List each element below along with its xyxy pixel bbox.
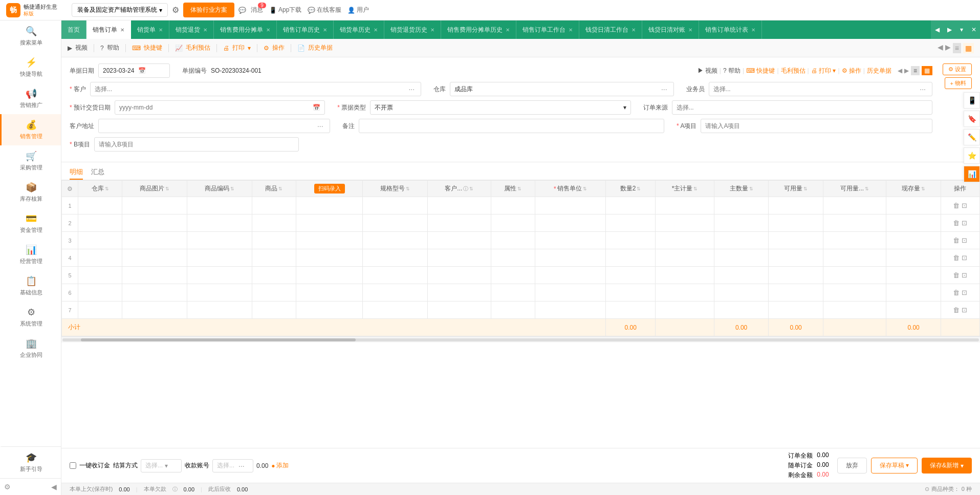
- sidebar-collapse-btn[interactable]: ◀: [51, 483, 57, 491]
- copy-row-7-btn[interactable]: ⊡: [962, 306, 967, 314]
- tab-sales-order-workbench[interactable]: 销售订单工作台 ✕: [516, 20, 579, 39]
- warehouse-more-btn[interactable]: ···: [659, 85, 669, 93]
- tab-next-btn[interactable]: ▶: [943, 20, 955, 39]
- tab-close-sales-refund-history[interactable]: ✕: [430, 27, 434, 33]
- copy-row-6-btn[interactable]: ⊡: [962, 289, 967, 296]
- tab-sales-refund-history[interactable]: 销货退货历史 ✕: [384, 20, 441, 39]
- tab-sales-order[interactable]: 销售订单 ✕: [86, 20, 131, 39]
- toolbar-hist2[interactable]: 历史单据: [867, 67, 891, 75]
- item-btn[interactable]: + 物料: [945, 77, 972, 89]
- tab-sales-fee-split[interactable]: 销售费用分摊单 ✕: [214, 20, 277, 39]
- sidebar-item-finance[interactable]: 💳 资金管理: [0, 208, 61, 239]
- tab-detail[interactable]: 明细: [70, 165, 83, 180]
- delete-row-7-btn[interactable]: 🗑: [953, 306, 960, 314]
- tab-close-sales-return[interactable]: ✕: [159, 27, 163, 33]
- sidebar-item-marketing[interactable]: 📢 营销推广: [0, 83, 61, 114]
- copy-row-5-btn[interactable]: ⊡: [962, 271, 967, 279]
- scan-btn[interactable]: 扫码录入: [314, 184, 345, 193]
- toolbar-view2[interactable]: ▶ 视频: [698, 67, 717, 75]
- sidebar-item-operations[interactable]: 📊 经营管理: [0, 239, 61, 270]
- float-btn-4[interactable]: ⭐: [964, 147, 980, 164]
- grid-toggle[interactable]: ▦: [922, 66, 932, 75]
- grid-view-btn[interactable]: ▦: [963, 43, 974, 53]
- online-service-btn[interactable]: 💬 在线客服: [308, 6, 341, 14]
- save-draft-btn[interactable]: 保存草稿 ▾: [871, 458, 918, 474]
- delete-row-6-btn[interactable]: 🗑: [953, 289, 960, 296]
- tab-close-sales-fee-history[interactable]: ✕: [506, 27, 510, 33]
- copy-row-4-btn[interactable]: ⊡: [962, 254, 967, 262]
- sidebar-item-guide[interactable]: 🎓 新手引导: [0, 446, 61, 478]
- note-input[interactable]: [363, 122, 660, 130]
- receipt-more-btn[interactable]: ···: [236, 462, 247, 470]
- toolbar-print[interactable]: 🖨 打印 ▾: [223, 44, 251, 52]
- tab-close-sales-order[interactable]: ✕: [120, 27, 124, 33]
- quick-settle-checkbox[interactable]: [70, 462, 76, 469]
- delete-row-5-btn[interactable]: 🗑: [953, 271, 960, 279]
- toolbar-profit[interactable]: 📈 毛利预估: [175, 44, 210, 52]
- tab-close-sales-fee-split[interactable]: ✕: [266, 27, 270, 33]
- notification-icon[interactable]: 💬 9 消息: [238, 6, 263, 14]
- copy-row-1-btn[interactable]: ⊡: [962, 202, 967, 209]
- tab-close-all-btn[interactable]: ✕: [968, 20, 980, 39]
- toolbar-shortcut[interactable]: ⌨ 快捷键: [132, 44, 162, 52]
- customer-more-btn[interactable]: ···: [406, 85, 417, 93]
- delete-row-2-btn[interactable]: 🗑: [953, 219, 960, 227]
- settings-icon[interactable]: ⚙: [172, 5, 179, 15]
- toolbar-shortcut2[interactable]: ⌨ 快捷键: [746, 67, 775, 75]
- sidebar-item-sales[interactable]: 💰 销售管理: [0, 114, 61, 145]
- tab-close-workbench[interactable]: ✕: [569, 27, 573, 33]
- staff-input[interactable]: [713, 85, 918, 93]
- address-more-btn[interactable]: ···: [315, 122, 325, 130]
- sidebar-item-search[interactable]: 🔍 搜索菜单: [0, 20, 61, 52]
- tab-sales-stats[interactable]: 销售订单统计表 ✕: [699, 20, 762, 39]
- toolbar-view[interactable]: ▶ 视频: [68, 44, 88, 52]
- tab-menu-btn[interactable]: ▾: [955, 20, 968, 39]
- tab-sales-return[interactable]: 销货单 ✕: [131, 20, 169, 39]
- toolbar-profit2[interactable]: 毛利预估: [781, 67, 805, 75]
- prev-record-btn[interactable]: ◀: [938, 43, 943, 53]
- tab-close-sales-stats[interactable]: ✕: [751, 27, 755, 33]
- a-project-input[interactable]: [705, 122, 928, 130]
- toolbar-operations[interactable]: ⚙ 操作: [264, 44, 285, 52]
- toolbar-help2[interactable]: ? 帮助: [723, 67, 741, 75]
- save-new-btn[interactable]: 保存&新增 ▾: [922, 458, 972, 474]
- h-scrollbar[interactable]: [61, 336, 980, 342]
- tab-sales-fee-history[interactable]: 销售费用分摊单历史 ✕: [441, 20, 516, 39]
- system-select[interactable]: 装备及固定资产辅助管理系统 ▾: [72, 3, 168, 17]
- tab-close-cash-reconcile[interactable]: ✕: [688, 27, 692, 33]
- sidebar-item-system[interactable]: ⚙ 系统管理: [0, 302, 61, 333]
- next-record-btn[interactable]: ▶: [945, 43, 951, 53]
- discard-btn[interactable]: 放弃: [837, 458, 867, 474]
- tab-close-cash-daily[interactable]: ✕: [631, 27, 636, 33]
- nav-left[interactable]: ◀: [898, 67, 902, 74]
- float-btn-2[interactable]: 🔖: [964, 111, 980, 127]
- tab-close-sales-return-history[interactable]: ✕: [374, 27, 378, 33]
- app-download-btn[interactable]: 📱 App下载: [269, 6, 301, 14]
- tab-home[interactable]: 首页: [61, 20, 86, 39]
- toolbar-history[interactable]: 📄 历史单据: [297, 44, 333, 52]
- toolbar-ops2[interactable]: ⚙ 操作: [842, 67, 861, 75]
- delivery-date-input[interactable]: [119, 104, 313, 111]
- sidebar-item-enterprise[interactable]: 🏢 企业协同: [0, 333, 61, 364]
- toolbar-help[interactable]: ? 帮助: [100, 44, 119, 52]
- tab-cash-reconcile[interactable]: 钱贷日清对账 ✕: [642, 20, 699, 39]
- copy-row-2-btn[interactable]: ⊡: [962, 219, 967, 227]
- sidebar-item-inventory[interactable]: 📦 库存核算: [0, 177, 61, 208]
- tab-prev-btn[interactable]: ◀: [931, 20, 943, 39]
- customer-input[interactable]: [95, 85, 406, 93]
- float-btn-1[interactable]: 📱: [964, 92, 980, 109]
- delivery-cal-icon[interactable]: 📅: [313, 104, 320, 111]
- delete-row-4-btn[interactable]: 🗑: [953, 254, 960, 262]
- add-receipt-btn[interactable]: ● 添加: [271, 461, 288, 470]
- nav-right[interactable]: ▶: [904, 67, 909, 74]
- industry-btn[interactable]: 体验行业方案: [183, 3, 234, 17]
- tab-close-sales-order-history[interactable]: ✕: [323, 27, 327, 33]
- setting-btn[interactable]: ⚙ 设置: [943, 63, 972, 75]
- calendar-icon[interactable]: 📅: [138, 67, 146, 74]
- toolbar-print2[interactable]: 🖨 打印 ▾: [811, 67, 836, 75]
- staff-more-btn[interactable]: ···: [918, 85, 928, 93]
- customer-address-input[interactable]: [103, 122, 315, 130]
- tab-cash-daily[interactable]: 钱贷日清工作台 ✕: [579, 20, 642, 39]
- delete-row-1-btn[interactable]: 🗑: [953, 202, 960, 209]
- float-btn-5[interactable]: 📊: [964, 166, 980, 182]
